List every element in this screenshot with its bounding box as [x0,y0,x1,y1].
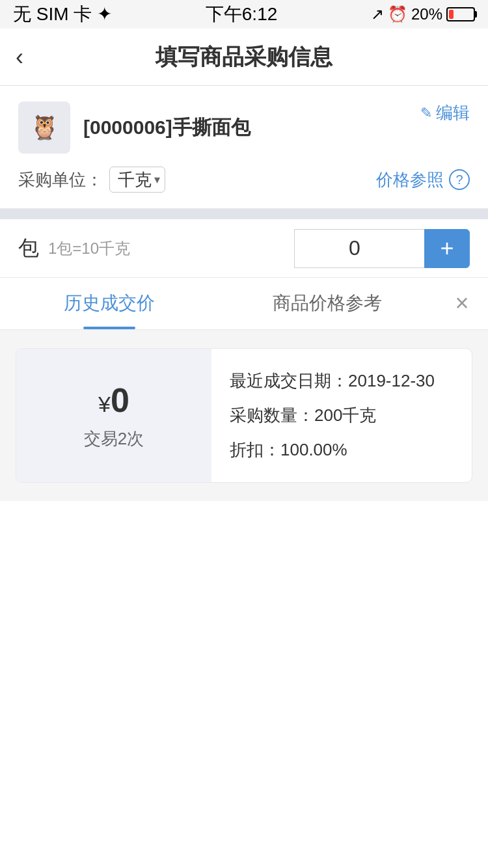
detail-discount: 折扣：100.00% [230,437,454,463]
recent-date-value: 2019-12-30 [348,371,435,390]
close-icon: × [455,290,468,317]
unit-select[interactable]: 千克 包 克 [109,167,165,193]
tab-active-indicator [83,327,135,329]
transaction-card: ¥0 交易2次 最近成交日期：2019-12-30 采购数量：200千克 折扣：… [16,348,472,483]
plus-icon: + [440,235,454,262]
detail-quantity: 采购数量：200千克 [230,403,454,428]
price-ref-label: 价格参照 [376,169,444,191]
edit-label: 编辑 [436,102,470,124]
status-time: 下午6:12 [206,2,278,27]
rest-page [0,501,488,868]
logo-owl-icon: 🦉 [30,114,59,141]
unit-select-wrapper[interactable]: 千克 包 克 [109,167,165,193]
quantity-detail-label: 采购数量： [230,405,314,425]
discount-value: 100.00% [280,440,347,459]
product-top-row: 🦉 [0000006]手撕面包 ✎ 编辑 [18,102,470,154]
battery-percent: 20% [411,5,442,23]
product-name: [0000006]手撕面包 [83,115,251,141]
product-card: 🦉 [0000006]手撕面包 ✎ 编辑 采购单位： 千克 包 克 价格参照 ? [0,86,488,209]
tab-history-price-label: 历史成交价 [64,291,155,316]
unit-row: 采购单位： 千克 包 克 [18,167,165,193]
quantity-detail-value: 200千克 [314,405,376,425]
battery-icon [446,7,475,21]
card-transactions: 交易2次 [84,427,144,450]
edit-button[interactable]: ✎ 编辑 [420,102,470,124]
quantity-row: 包 1包=10千克 + [0,219,488,278]
tab-product-price-ref[interactable]: 商品价格参考 [218,277,436,329]
location-icon: ↗ [371,5,384,23]
quantity-plus-button[interactable]: + [424,229,470,268]
product-info-left: 🦉 [0000006]手撕面包 [18,102,251,154]
detail-recent-date: 最近成交日期：2019-12-30 [230,368,454,394]
quantity-input[interactable] [294,229,424,268]
page-header: ‹ 填写商品采购信息 [0,29,488,86]
divider-bar [0,209,488,219]
tab-bar: 历史成交价 商品价格参考 × [0,278,488,330]
tab-close-button[interactable]: × [436,277,488,329]
price-ref-button[interactable]: 价格参照 ? [376,169,470,191]
unit-label: 采购单位： [18,169,103,191]
alarm-icon: ⏰ [388,5,407,23]
back-button[interactable]: ‹ [16,44,23,71]
page-title: 填写商品采购信息 [156,42,332,72]
edit-icon: ✎ [420,105,432,122]
card-price-value: ¥0 [98,381,129,420]
card-details-section: 最近成交日期：2019-12-30 采购数量：200千克 折扣：100.00% [211,349,472,482]
tab-history-price[interactable]: 历史成交价 [0,277,218,329]
price-symbol: ¥ [98,392,111,416]
quantity-sub-label: 1包=10千克 [48,238,130,259]
content-area: ¥0 交易2次 最近成交日期：2019-12-30 采购数量：200千克 折扣：… [0,330,488,501]
product-logo: 🦉 [18,102,70,154]
help-icon: ? [449,169,470,190]
quantity-label-group: 包 1包=10千克 [18,234,130,263]
status-bar: 无 SIM 卡 ✦ 下午6:12 ↗ ⏰ 20% [0,0,488,29]
discount-label: 折扣： [230,440,280,459]
price-number: 0 [111,381,129,419]
quantity-input-wrapper: + [294,229,470,268]
product-bottom-row: 采购单位： 千克 包 克 价格参照 ? [18,167,470,193]
tab-product-price-ref-label: 商品价格参考 [273,291,382,316]
status-network: 无 SIM 卡 ✦ [13,2,112,27]
quantity-unit-label: 包 [18,234,39,263]
card-price-section: ¥0 交易2次 [16,349,211,482]
recent-date-label: 最近成交日期： [230,371,348,390]
status-right-group: ↗ ⏰ 20% [371,5,475,23]
